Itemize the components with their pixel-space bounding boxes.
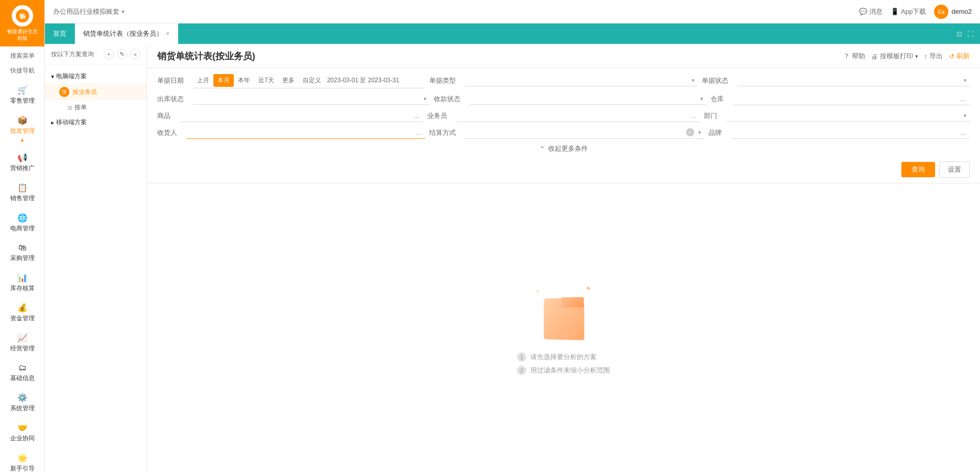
date-label: 单据日期 (157, 76, 189, 85)
query-button[interactable]: 查询 (901, 162, 935, 177)
print-arrow[interactable]: ▾ (915, 53, 918, 60)
scheme-group-mobile[interactable]: ▸ 移动端方案 (45, 115, 146, 130)
setting-button[interactable]: 设置 (939, 161, 970, 178)
type-field[interactable]: ▾ (465, 75, 697, 86)
export-icon: ↑ (924, 53, 928, 60)
payment-field[interactable]: ▾ (470, 93, 706, 105)
add-scheme-button[interactable]: + (104, 49, 114, 59)
payment-arrow: ▾ (700, 96, 703, 102)
sidebar-item-enterprise[interactable]: 🤝 企业协同 (0, 418, 44, 448)
message-icon: 💬 (859, 8, 867, 15)
action-buttons: 查询 设置 (147, 157, 980, 183)
tabbar: 首页 销货单统计表（按业务员） × ⊡ ⛶ (45, 23, 980, 44)
sidebar-item-newbie[interactable]: 🌟 新手引导 (0, 448, 44, 472)
sidebar-item-purchase[interactable]: 🛍 采购管理 (0, 238, 44, 268)
receiver-dots[interactable]: … (415, 128, 422, 136)
sidebar-item-finance[interactable]: 💰 资金管理 (0, 298, 44, 328)
page-tools: ？ 帮助 🖨 按模板打印 ▾ ↑ 导出 ↺ 刷新 (843, 52, 970, 61)
warehouse-field[interactable]: … (733, 92, 970, 105)
content-area: 按以下方案查询 + ✎ « ▾ 电脑端方案 按 按业务员 ⊞ (45, 44, 980, 472)
collapse-icon: ⌃ (540, 145, 545, 153)
staff-label: 业务员 (427, 111, 452, 121)
scheme-item-by-order[interactable]: ⊞ 按单 (45, 100, 146, 115)
dept-field[interactable]: ▾ (726, 110, 970, 122)
print-button[interactable]: 🖨 按模板打印 ▾ (871, 52, 918, 61)
app-icon: 📱 (891, 8, 899, 15)
sidebar-item-inventory[interactable]: 📊 库存核算 (0, 268, 44, 298)
tab-home[interactable]: 首页 (45, 23, 75, 44)
box-flap-right (561, 297, 584, 307)
box-body (544, 306, 584, 340)
brand-field[interactable]: … (731, 126, 970, 139)
minimize-icon[interactable]: ⊡ (957, 30, 962, 38)
edit-scheme-button[interactable]: ✎ (117, 49, 127, 59)
avatar: Ea (934, 5, 948, 19)
receiver-input[interactable] (189, 129, 413, 136)
scheme-item-by-staff[interactable]: 按 按业务员 (45, 84, 146, 100)
purchase-icon: 🛍 (18, 243, 27, 252)
date-btn-this-month[interactable]: 本月 (213, 74, 234, 87)
type-arrow: ▾ (692, 77, 695, 84)
warehouse-label: 仓库 (710, 95, 729, 104)
collapse-filters-button[interactable]: ⌃ 收起更多条件 (147, 139, 980, 157)
staff-field[interactable]: … (456, 109, 700, 122)
newbie-icon: 🌟 (17, 453, 28, 463)
payment-label: 收款状态 (434, 95, 465, 104)
sidebar-item-ecommerce[interactable]: 🌐 电商管理 (0, 208, 44, 238)
sidebar-item-basic[interactable]: 🗂 基础信息 (0, 358, 44, 388)
page-header: 销货单统计表(按业务员) ？ 帮助 🖨 按模板打印 ▾ ↑ 导出 (147, 44, 980, 68)
svg-text:畅: 畅 (19, 13, 26, 20)
topbar: 办公用品行业模拟账套 ▾ 💬 消息 📱 App下载 Ea demo2 (45, 0, 980, 23)
app-download-button[interactable]: 📱 App下载 (891, 7, 926, 16)
date-btn-more[interactable]: 更多 (278, 74, 299, 87)
maximize-icon[interactable]: ⛶ (967, 30, 974, 38)
status-arrow: ▾ (964, 77, 967, 84)
status-field[interactable]: ▾ (738, 75, 970, 86)
brand-dots[interactable]: … (960, 128, 967, 136)
refresh-button[interactable]: ↺ 刷新 (949, 52, 970, 61)
data-area: ✦ ✦ 1 请先选择要分析的方案 2 用过滤条件来缩小分析范围 (147, 183, 980, 472)
logo-icon: 畅 (12, 5, 33, 27)
hint-num-2: 2 (517, 366, 526, 375)
retail-icon: 🛒 (17, 85, 28, 95)
out-status-arrow: ▾ (424, 96, 427, 102)
date-btn-this-year[interactable]: 本年 (234, 74, 254, 87)
settlement-label: 结算方式 (429, 128, 461, 137)
goods-field[interactable]: … (180, 109, 423, 122)
sidebar-item-wholesale[interactable]: 📦 批发管理 ▲ (0, 110, 44, 148)
sidebar-item-retail[interactable]: 🛒 零售管理 (0, 80, 44, 110)
date-btn-custom[interactable]: 自定义 (299, 74, 325, 87)
date-btn-last-month[interactable]: 上月 (193, 74, 213, 87)
help-button[interactable]: ？ 帮助 (843, 52, 865, 61)
settlement-field[interactable]: × ▾ (465, 126, 704, 139)
scheme-group-pc[interactable]: ▾ 电脑端方案 (45, 69, 146, 84)
warehouse-dots[interactable]: … (960, 95, 967, 103)
collapse-panel-button[interactable]: « (130, 49, 140, 59)
sidebar-quick-nav[interactable]: 快捷导航 (0, 63, 44, 78)
sidebar-item-sales[interactable]: 📋 销售管理 (0, 178, 44, 208)
sidebar-search[interactable]: 搜索菜单 (0, 46, 44, 63)
empty-hint-2: 2 用过滤条件来缩小分析范围 (517, 366, 610, 375)
staff-dots[interactable]: … (690, 111, 697, 120)
sidebar-item-system[interactable]: ⚙️ 系统管理 (0, 388, 44, 418)
sidebar-item-marketing[interactable]: 📢 营销推广 (0, 148, 44, 178)
status-label: 单据状态 (702, 76, 733, 85)
settlement-clear-button[interactable]: × (686, 128, 694, 136)
title-arrow[interactable]: ▾ (121, 8, 125, 15)
sidebar: 畅 畅捷通好生意 标版 搜索菜单 快捷导航 🛒 零售管理 📦 批发管理 ▲ 📢 … (0, 0, 45, 472)
date-btn-7days[interactable]: 近7天 (254, 74, 278, 87)
left-panel-title: 按以下方案查询 (51, 50, 94, 59)
goods-dots[interactable]: … (413, 111, 420, 120)
receiver-field[interactable]: … (186, 126, 425, 139)
tab-sales-stat[interactable]: 销货单统计表（按业务员） × (75, 23, 178, 44)
out-status-field[interactable]: ▾ (193, 93, 430, 105)
user-menu[interactable]: Ea demo2 (934, 5, 972, 19)
sidebar-item-operations[interactable]: 📈 经营管理 (0, 328, 44, 358)
sparkle-icon: ✦ (585, 284, 592, 293)
logo-text: 畅捷通好生意 标版 (7, 28, 38, 41)
left-panel-header: 按以下方案查询 + ✎ « (45, 44, 146, 65)
message-button[interactable]: 💬 消息 (859, 7, 883, 16)
tab-close-button[interactable]: × (166, 30, 169, 37)
export-button[interactable]: ↑ 导出 (924, 52, 943, 61)
empty-illustration: ✦ ✦ (530, 281, 597, 342)
